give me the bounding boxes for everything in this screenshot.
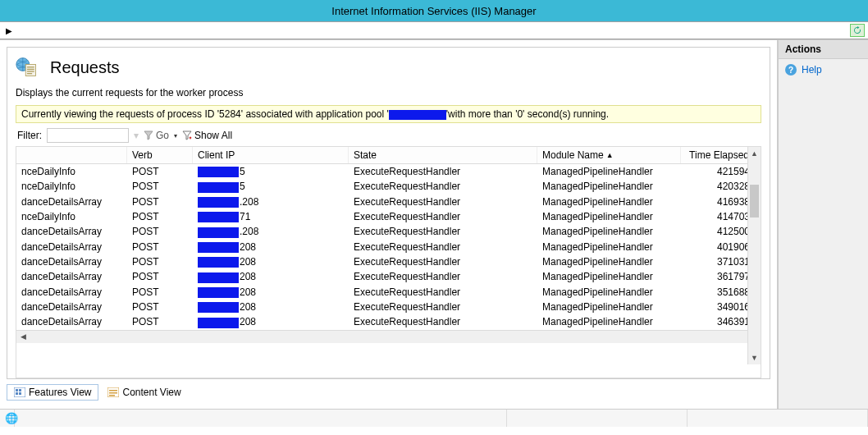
svg-rect-9 [16, 392, 18, 395]
vertical-scrollbar[interactable]: ▲ ▼ [747, 147, 761, 364]
cell-module: ManagedPipelineHandler [537, 164, 681, 179]
cell-verb: POST [127, 179, 193, 194]
help-label: Help [802, 64, 822, 76]
tab-features-view[interactable]: Features View [7, 384, 98, 401]
cell-state: ExecuteRequestHandler [349, 254, 537, 269]
table-row[interactable]: danceDetailsArrayPOST208ExecuteRequestHa… [16, 254, 761, 269]
info-bar-post: with more than '0' second(s) running. [448, 108, 609, 120]
scroll-up-icon[interactable]: ▲ [748, 147, 761, 160]
page-header: Requests [16, 56, 761, 79]
cell-time: 371031 [681, 254, 755, 269]
main-area: Requests Displays the current requests f… [0, 40, 778, 409]
cell-state: ExecuteRequestHandler [349, 224, 537, 239]
scroll-h-track[interactable] [30, 331, 747, 343]
cell-url: nceDailyInfo [16, 179, 127, 194]
redacted-ip [198, 167, 239, 177]
help-icon: ? [785, 64, 797, 76]
help-link[interactable]: ? Help [785, 64, 861, 76]
scroll-left-icon[interactable]: ◀ [16, 331, 30, 343]
window-title: Internet Information Services (IIS) Mana… [331, 5, 536, 17]
cell-state: ExecuteRequestHandler [349, 314, 537, 329]
svg-rect-12 [109, 390, 117, 392]
scroll-down-icon[interactable]: ▼ [748, 351, 761, 364]
table-row[interactable]: danceDetailsArrayPOST208ExecuteRequestHa… [16, 240, 761, 254]
redacted-ip [198, 272, 239, 283]
cell-time: 349016 [681, 300, 755, 314]
content-panel: Requests Displays the current requests f… [7, 47, 770, 379]
col-time[interactable]: Time Elapsed [681, 147, 755, 163]
go-label: Go [156, 130, 169, 141]
filter-input[interactable] [47, 128, 129, 143]
table-row[interactable]: nceDailyInfoPOST71ExecuteRequestHandlerM… [16, 209, 761, 224]
redacted-ip [198, 197, 239, 208]
cell-state: ExecuteRequestHandler [349, 164, 537, 179]
redacted-ip [198, 287, 239, 298]
scroll-thumb[interactable] [750, 185, 759, 218]
table-row[interactable]: danceDetailsArrayPOST208ExecuteRequestHa… [16, 314, 761, 329]
svg-rect-8 [19, 389, 21, 392]
cell-url: nceDailyInfo [16, 164, 127, 179]
filter-label: Filter: [17, 130, 42, 141]
info-bar-pre: Currently viewing the requests of proces… [21, 108, 387, 120]
status-seg [15, 410, 507, 427]
go-button[interactable]: Go [144, 130, 169, 141]
cell-module: ManagedPipelineHandler [537, 195, 681, 209]
redacted-ip [198, 257, 239, 268]
cell-client-ip: 208 [193, 314, 349, 329]
cell-client-ip: 208 [193, 285, 349, 300]
filter-separator: ▾ [134, 130, 139, 141]
info-bar: Currently viewing the requests of proces… [16, 105, 761, 123]
cell-client-ip: 5 [193, 164, 349, 179]
cell-verb: POST [127, 209, 193, 224]
cell-url: danceDetailsArray [16, 269, 127, 284]
cell-time: 346391 [681, 314, 755, 329]
table-row[interactable]: danceDetailsArrayPOST.208ExecuteRequestH… [16, 224, 761, 239]
actions-pane: Actions ? Help [778, 40, 868, 409]
show-all-button[interactable]: Show All [182, 130, 232, 141]
requests-grid: Verb Client IP State Module Name▲ Time E… [16, 146, 761, 378]
redacted-ip [198, 318, 239, 328]
cell-time: 401906 [681, 240, 755, 254]
cell-verb: POST [127, 314, 193, 329]
horizontal-scrollbar[interactable]: ◀ ▶ [16, 330, 761, 343]
table-row[interactable]: danceDetailsArrayPOST.208ExecuteRequestH… [16, 195, 761, 209]
col-url[interactable] [16, 147, 127, 163]
cell-module: ManagedPipelineHandler [537, 269, 681, 284]
table-row[interactable]: nceDailyInfoPOST5ExecuteRequestHandlerMa… [16, 179, 761, 194]
cell-verb: POST [127, 164, 193, 179]
refresh-button[interactable] [850, 24, 865, 37]
cell-verb: POST [127, 240, 193, 254]
status-seg: 🌐 [0, 410, 15, 427]
col-state[interactable]: State [349, 147, 537, 163]
cell-state: ExecuteRequestHandler [349, 300, 537, 314]
cell-time: 414703 [681, 209, 755, 224]
cell-client-ip: 208 [193, 240, 349, 254]
table-row[interactable]: danceDetailsArrayPOST208ExecuteRequestHa… [16, 300, 761, 314]
clear-filter-icon [182, 130, 192, 140]
table-row[interactable]: nceDailyInfoPOST5ExecuteRequestHandlerMa… [16, 164, 761, 179]
redacted-ip [198, 242, 239, 253]
go-dropdown-icon[interactable]: ▾ [174, 132, 177, 140]
col-client-ip[interactable]: Client IP [193, 147, 349, 163]
table-row[interactable]: danceDetailsArrayPOST208ExecuteRequestHa… [16, 285, 761, 300]
page-description: Displays the current requests for the wo… [16, 87, 761, 98]
cell-module: ManagedPipelineHandler [537, 285, 681, 300]
cell-state: ExecuteRequestHandler [349, 179, 537, 194]
redacted-ip [198, 182, 239, 193]
svg-rect-10 [19, 392, 21, 395]
scroll-track[interactable] [748, 160, 761, 351]
table-row[interactable]: danceDetailsArrayPOST208ExecuteRequestHa… [16, 269, 761, 284]
tab-content-view[interactable]: Content View [100, 384, 188, 401]
col-verb[interactable]: Verb [127, 147, 193, 163]
cell-url: danceDetailsArray [16, 224, 127, 239]
tab-content-label: Content View [122, 387, 180, 398]
col-module[interactable]: Module Name▲ [537, 147, 681, 163]
redacted-ip [198, 302, 239, 313]
cell-module: ManagedPipelineHandler [537, 314, 681, 329]
cell-module: ManagedPipelineHandler [537, 254, 681, 269]
address-bar[interactable]: ▶ [0, 21, 868, 39]
workspace: Requests Displays the current requests f… [0, 39, 868, 409]
cell-time: 351688 [681, 285, 755, 300]
redacted-app-pool [389, 110, 446, 120]
svg-rect-7 [16, 389, 18, 392]
